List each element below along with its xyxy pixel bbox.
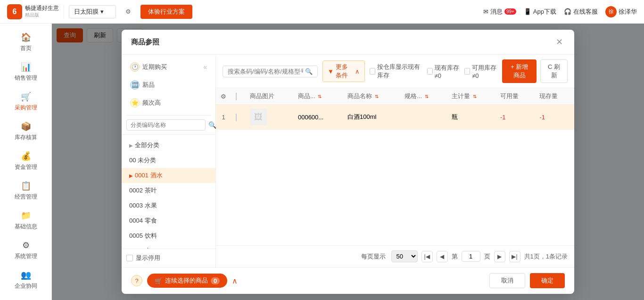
tree-item-water[interactable]: 0008 水	[122, 243, 215, 249]
col-img: 商品图片	[245, 88, 293, 105]
col-code-label: 商品...	[298, 92, 315, 100]
col-spec-label: 规格...	[405, 92, 422, 100]
show-disabled-checkbox[interactable]	[126, 255, 133, 261]
available-stock-checkbox[interactable]	[464, 68, 470, 75]
trial-button[interactable]: 体验行业方案	[140, 5, 192, 19]
row-checkbox[interactable]	[236, 113, 237, 121]
product-search-icon[interactable]: 🔍	[305, 68, 313, 75]
sidebar-label-corp: 企业协同	[15, 282, 37, 290]
tree-item-tea[interactable]: 0002 茶叶	[122, 183, 215, 198]
tree-label-tea: 0002 茶叶	[129, 186, 157, 195]
app-download-label: App下载	[533, 8, 556, 16]
user-menu[interactable]: 徐 徐泽华	[605, 6, 637, 17]
category-search-input[interactable]	[126, 119, 206, 131]
modal-overlay: 商品参照 ✕ 🕐 近期购买 « �	[52, 24, 644, 300]
current-stock-label[interactable]: 现有库存≠0	[427, 64, 460, 79]
logo-sub: 精品版	[25, 12, 59, 18]
new-product-item[interactable]: 🆕 新品	[126, 77, 211, 92]
more-filter-button[interactable]: ▼ 更多条件 ∧	[322, 60, 365, 82]
sidebar-item-system[interactable]: ⚙ 系统管理	[0, 235, 51, 265]
modal-left-panel: 🕐 近期购买 « 🆕 新品 ⭐ 频次高	[122, 55, 216, 267]
tree-item-snack[interactable]: 0004 零食	[122, 213, 215, 228]
sidebar-item-inventory[interactable]: 📦 库存核算	[0, 117, 51, 146]
col-stock: 现存量	[535, 88, 574, 105]
message-label: 消息	[490, 8, 503, 16]
sidebar-item-basic[interactable]: 📁 基础信息	[0, 206, 51, 235]
user-name: 徐泽华	[619, 8, 637, 16]
sidebar-item-finance[interactable]: 💰 资金管理	[0, 146, 51, 176]
left-bottom: 显示停用	[122, 249, 215, 267]
refresh-button[interactable]: C 刷新	[540, 59, 568, 83]
last-page-btn[interactable]: ▶|	[509, 251, 520, 262]
available-stock-label[interactable]: 可用库存≠0	[464, 64, 497, 79]
collapse-footer-icon[interactable]: ∧	[232, 276, 238, 285]
corp-icon: 👥	[21, 270, 31, 280]
footer-left: ? 🛒 连续选择的商品 0 ∧	[131, 274, 238, 288]
tree-label-all: 全部分类	[135, 141, 159, 150]
help-icon[interactable]: ?	[131, 275, 142, 286]
home-icon: 🏠	[21, 32, 31, 42]
tree-item-fruit[interactable]: 0003 水果	[122, 198, 215, 213]
unit-sort-icon: ⇅	[473, 94, 477, 99]
show-disabled-label[interactable]: 显示停用	[126, 254, 211, 262]
cancel-button[interactable]: 取消	[489, 273, 525, 288]
nav-dropdown[interactable]: 日太阳膜 ▾	[69, 5, 116, 18]
product-img-placeholder: 🖼	[254, 112, 263, 122]
current-stock-checkbox[interactable]	[427, 68, 433, 75]
tree-item-liquor[interactable]: ▶ 0001 酒水	[122, 168, 215, 183]
sales-icon: 📊	[21, 62, 31, 72]
select-all-checkbox[interactable]	[236, 92, 237, 100]
frequent-item[interactable]: ⭐ 频次高	[126, 95, 211, 110]
collapse-left-icon[interactable]: «	[203, 63, 207, 71]
table-row[interactable]: 1 🖼	[216, 105, 574, 130]
name-sort-icon: ⇅	[375, 94, 379, 99]
cell-name: 白酒100ml	[343, 105, 400, 130]
warehouse-filter-label[interactable]: 按仓库显示现有库存	[370, 63, 422, 80]
col-spec: 规格... ⇅	[400, 88, 447, 105]
settings-icon[interactable]: ⚙	[121, 4, 136, 19]
app-download-btn[interactable]: 📱 App下载	[524, 8, 556, 16]
service-icon: 🎧	[564, 8, 571, 15]
sidebar-item-guide[interactable]: 🎯 新手引导	[0, 295, 51, 300]
modal-close-button[interactable]: ✕	[553, 36, 565, 48]
stock-value: -1	[539, 114, 545, 121]
add-product-button[interactable]: + 新增商品	[502, 59, 537, 83]
page-size-select[interactable]: 50 100 200	[391, 250, 418, 262]
sidebar-item-corp[interactable]: 👥 企业协同	[0, 265, 51, 295]
message-btn[interactable]: ✉ 消息 99+	[483, 8, 516, 16]
sidebar-item-sales[interactable]: 📊 销售管理	[0, 57, 51, 87]
page-size-label: 每页显示	[361, 252, 386, 261]
confirm-button[interactable]: 确定	[530, 273, 565, 288]
tree-item-unclassified[interactable]: 00 未分类	[122, 153, 215, 168]
show-disabled-text: 显示停用	[136, 254, 160, 262]
online-service-btn[interactable]: 🎧 在线客服	[564, 8, 598, 16]
col-name: 商品名称 ⇅	[343, 88, 400, 105]
modal-header: 商品参照 ✕	[122, 30, 574, 55]
col-stock-label: 现存量	[539, 92, 558, 100]
prev-page-btn[interactable]: ◀	[437, 251, 448, 262]
recent-purchase-item[interactable]: 🕐 近期购买 «	[126, 59, 211, 75]
page-number-input[interactable]	[462, 251, 480, 262]
table-scroll[interactable]: ⚙ 商品图片	[216, 88, 574, 130]
purchase-icon: 🛒	[21, 92, 31, 102]
cart-button[interactable]: 🛒 连续选择的商品 0	[147, 274, 227, 288]
page-unit: 页	[484, 252, 490, 261]
table-area: ⚙ 商品图片	[216, 88, 574, 245]
sidebar-item-operations[interactable]: 📋 经营管理	[0, 176, 51, 206]
tree-item-beverage[interactable]: 0005 饮料	[122, 228, 215, 243]
row-number: 1	[222, 114, 225, 121]
col-settings-icon[interactable]: ⚙	[221, 93, 226, 100]
col-img-label: 商品图片	[250, 92, 274, 100]
first-page-btn[interactable]: |◀	[421, 251, 433, 262]
product-search-input[interactable]	[228, 68, 303, 75]
tree-item-all[interactable]: ▶ 全部分类	[122, 138, 215, 153]
left-quick-nav: 🕐 近期购买 « 🆕 新品 ⭐ 频次高	[122, 55, 215, 115]
sidebar-item-purchase[interactable]: 🛒 采购管理	[0, 87, 51, 117]
category-search-icon[interactable]: 🔍	[208, 121, 216, 129]
filter-icon: ▼	[328, 68, 334, 75]
warehouse-checkbox[interactable]	[370, 68, 375, 75]
code-sort-icon: ⇅	[318, 94, 322, 99]
sidebar-item-home[interactable]: 🏠 首页	[0, 27, 51, 57]
next-page-btn[interactable]: ▶	[494, 251, 505, 262]
spec-sort-icon: ⇅	[425, 94, 429, 99]
